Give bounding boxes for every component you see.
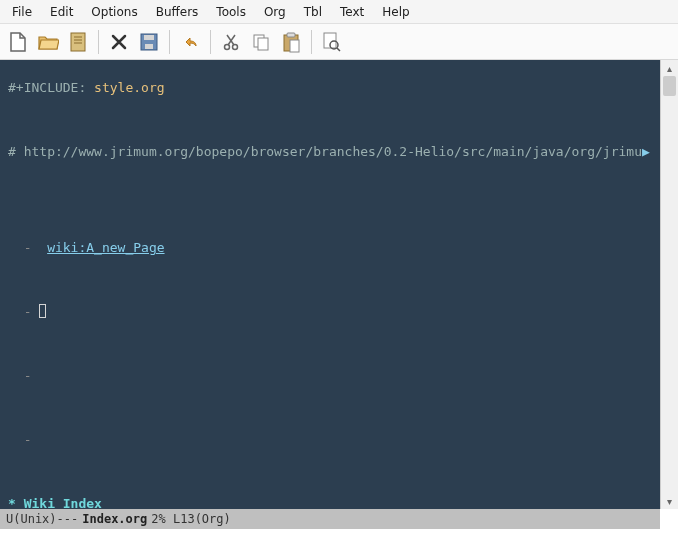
new-file-icon[interactable] <box>4 28 32 56</box>
editor-buffer[interactable]: #+INCLUDE: style.org # http://www.jrimum… <box>0 60 660 509</box>
modeline-coding: U(Unix)--- <box>6 512 78 526</box>
toolbar-separator <box>98 30 99 54</box>
svg-point-8 <box>233 44 238 49</box>
undo-icon[interactable] <box>176 28 204 56</box>
toolbar-separator <box>169 30 170 54</box>
svg-point-7 <box>225 44 230 49</box>
paste-icon[interactable] <box>277 28 305 56</box>
svg-rect-13 <box>290 40 299 52</box>
url-comment: http://www.jrimum.org/bopepo/browser/bra… <box>24 144 642 159</box>
menu-buffers[interactable]: Buffers <box>148 2 207 22</box>
toolbar <box>0 24 678 60</box>
open-file-icon[interactable] <box>34 28 62 56</box>
save-icon[interactable] <box>135 28 163 56</box>
include-keyword: #+INCLUDE: <box>8 80 86 95</box>
menu-help[interactable]: Help <box>374 2 417 22</box>
recent-file-icon[interactable] <box>64 28 92 56</box>
text-cursor <box>39 304 46 318</box>
toolbar-separator <box>311 30 312 54</box>
menu-bar: File Edit Options Buffers Tools Org Tbl … <box>0 0 678 24</box>
include-value: style.org <box>94 80 164 95</box>
svg-rect-5 <box>144 35 154 40</box>
comment-prefix: # <box>8 144 24 159</box>
heading-1-wiki-index: Wiki Index <box>24 496 102 509</box>
line-overflow-marker: ▶ <box>642 144 650 159</box>
link-a-new-page[interactable]: wiki:A_new_Page <box>47 240 164 255</box>
menu-edit[interactable]: Edit <box>42 2 81 22</box>
cut-icon[interactable] <box>217 28 245 56</box>
scroll-track[interactable] <box>661 76 678 493</box>
modeline-major-mode: (Org) <box>195 512 231 526</box>
scroll-down-arrow-icon[interactable]: ▾ <box>661 493 678 509</box>
menu-tbl[interactable]: Tbl <box>296 2 330 22</box>
mode-line[interactable]: U(Unix)--- Index.org 2% L13 (Org) <box>0 509 660 529</box>
modeline-buffer-name: Index.org <box>78 512 151 526</box>
svg-rect-12 <box>287 33 295 37</box>
svg-rect-10 <box>258 38 268 50</box>
modeline-position: 2% L13 <box>151 512 194 526</box>
close-icon[interactable] <box>105 28 133 56</box>
menu-org[interactable]: Org <box>256 2 294 22</box>
menu-text[interactable]: Text <box>332 2 372 22</box>
menu-file[interactable]: File <box>4 2 40 22</box>
scroll-up-arrow-icon[interactable]: ▴ <box>661 60 678 76</box>
vertical-scrollbar[interactable]: ▴ ▾ <box>660 60 678 509</box>
svg-rect-6 <box>145 44 153 49</box>
menu-options[interactable]: Options <box>83 2 145 22</box>
scroll-thumb[interactable] <box>663 76 676 96</box>
menu-tools[interactable]: Tools <box>208 2 254 22</box>
svg-line-16 <box>337 48 340 51</box>
search-icon[interactable] <box>318 28 346 56</box>
toolbar-separator <box>210 30 211 54</box>
copy-icon[interactable] <box>247 28 275 56</box>
svg-rect-0 <box>71 33 85 51</box>
